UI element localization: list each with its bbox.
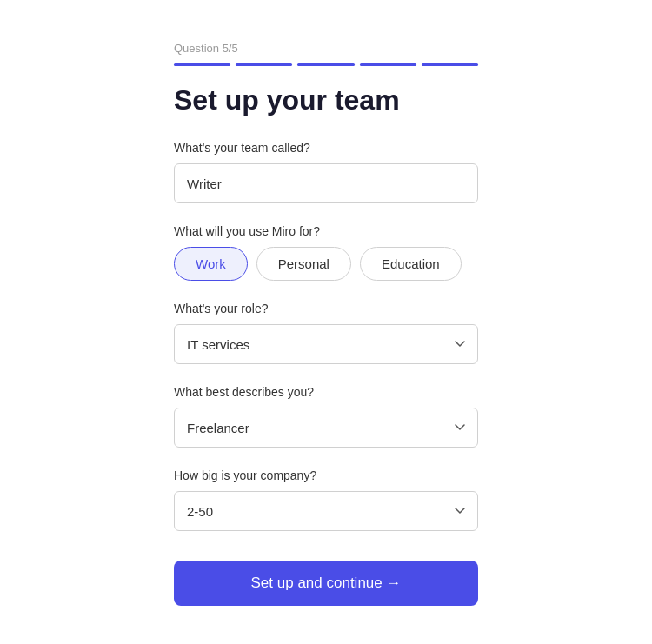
progress-segment-4	[360, 63, 416, 66]
use-for-section: What will you use Miro for? Work Persona…	[174, 224, 478, 281]
progress-segment-1	[174, 63, 230, 66]
progress-bar	[174, 63, 478, 66]
progress-segment-2	[236, 63, 292, 66]
page-container: Question 5/5 Set up your team What's you…	[0, 0, 652, 644]
describe-label: What best describes you?	[174, 385, 478, 399]
team-name-label: What's your team called?	[174, 141, 478, 155]
option-personal[interactable]: Personal	[256, 247, 351, 281]
use-for-options: Work Personal Education	[174, 247, 478, 281]
page-title: Set up your team	[174, 83, 478, 116]
use-for-label: What will you use Miro for?	[174, 224, 478, 238]
describe-section: What best describes you? Freelancer Empl…	[174, 385, 478, 448]
progress-segment-5	[422, 63, 478, 66]
progress-segment-3	[297, 63, 354, 66]
form-container: Question 5/5 Set up your team What's you…	[174, 42, 478, 609]
role-label: What's your role?	[174, 302, 478, 315]
submit-button[interactable]: Set up and continue →	[174, 561, 478, 606]
option-work[interactable]: Work	[174, 247, 248, 281]
role-section: What's your role? IT services Design Eng…	[174, 302, 478, 364]
role-dropdown[interactable]: IT services Design Engineering Marketing…	[174, 324, 478, 364]
company-size-label: How big is your company?	[174, 468, 478, 482]
team-name-section: What's your team called?	[174, 141, 478, 203]
question-label: Question 5/5	[174, 42, 478, 55]
team-name-input[interactable]	[174, 163, 478, 203]
option-education[interactable]: Education	[360, 247, 462, 281]
company-size-dropdown[interactable]: 1 2-50 51-200 201-1000 1001+	[174, 491, 478, 531]
company-size-section: How big is your company? 1 2-50 51-200 2…	[174, 468, 478, 531]
describe-dropdown[interactable]: Freelancer Employee Student Other	[174, 408, 478, 448]
